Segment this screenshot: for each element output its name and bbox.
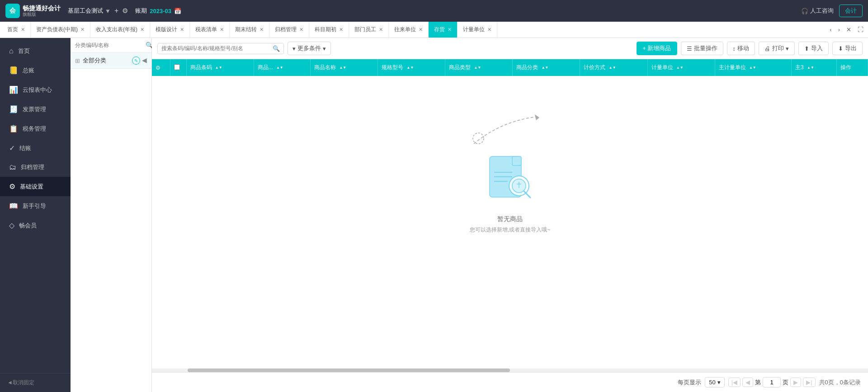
- tab-home[interactable]: 首页 ✕: [2, 22, 31, 38]
- th-code[interactable]: 商品... ▲▼: [254, 59, 310, 76]
- th-unit[interactable]: 计量单位 ▲▼: [647, 59, 715, 76]
- arrow-svg: [465, 112, 555, 148]
- sidebar-item-tax[interactable]: 📋 税务管理: [0, 119, 71, 138]
- consulting-button[interactable]: 🎧 人工咨询: [801, 7, 834, 15]
- sidebar-unpin-btn[interactable]: ◄取消固定: [0, 373, 71, 392]
- category-actions: ✎ ◀: [132, 57, 147, 65]
- sidebar-item-invoice[interactable]: 🧾 发票管理: [0, 99, 71, 119]
- tab-balance-close[interactable]: ✕: [80, 27, 85, 33]
- tab-next-icon[interactable]: ›: [835, 25, 843, 34]
- th-category[interactable]: 商品分类 ▲▼: [513, 59, 580, 76]
- th-settings[interactable]: ⚙: [152, 59, 170, 76]
- th-main-unit[interactable]: 主计量单位 ▲▼: [715, 59, 791, 76]
- category-all-item[interactable]: ⊞ 全部分类 ✎ ◀: [71, 53, 151, 69]
- import-button[interactable]: ⬆ 导入: [798, 42, 829, 55]
- sort-category-icon: ▲▼: [542, 66, 549, 70]
- tab-subject-init[interactable]: 科目期初 ✕: [309, 22, 349, 38]
- page-next-btn[interactable]: ▶: [790, 378, 801, 387]
- sidebar-item-guide[interactable]: 📖 新手引导: [0, 196, 71, 216]
- page-prev-btn[interactable]: ◀: [742, 378, 753, 387]
- move-button[interactable]: ↕ 移动: [727, 42, 755, 55]
- page-first-btn[interactable]: |◀: [728, 378, 741, 387]
- tab-inventory-close[interactable]: ✕: [448, 27, 452, 33]
- tab-counterparty-close[interactable]: ✕: [419, 27, 423, 33]
- sidebar-item-checkout[interactable]: ✓ 结账: [0, 138, 71, 158]
- category-edit-icon[interactable]: ✎: [132, 57, 140, 65]
- tab-tax[interactable]: 税表清单 ✕: [190, 22, 230, 38]
- invoice-icon: 🧾: [9, 105, 18, 113]
- tab-archive[interactable]: 归档管理 ✕: [269, 22, 309, 38]
- sidebar-item-ledger[interactable]: 📒 总账: [0, 61, 71, 80]
- scrollbar-thumb[interactable]: [188, 368, 510, 372]
- tab-home-close[interactable]: ✕: [21, 27, 25, 33]
- th-checkbox[interactable]: [170, 59, 186, 76]
- account-button[interactable]: 会计: [839, 5, 863, 17]
- batch-operation-button[interactable]: ☰ 批量操作: [681, 42, 723, 55]
- th-spec[interactable]: 规格型号 ▲▼: [378, 59, 445, 76]
- print-button[interactable]: 🖨 打印 ▾: [759, 42, 795, 55]
- sidebar-item-reports[interactable]: 📊 云报表中心: [0, 80, 71, 99]
- tab-period-end[interactable]: 期末结转 ✕: [230, 22, 269, 38]
- product-search-input[interactable]: [161, 45, 270, 52]
- tab-period-end-label: 期末结转: [235, 26, 257, 33]
- headset-icon: 🎧: [801, 8, 808, 14]
- th-col3[interactable]: 主3 ▲▼: [792, 59, 837, 76]
- tab-dept-emp[interactable]: 部门员工 ✕: [349, 22, 389, 38]
- page-size-label: 每页显示: [678, 378, 701, 387]
- page-last-btn[interactable]: ▶|: [803, 378, 815, 387]
- th-type[interactable]: 商品类型 ▲▼: [445, 59, 513, 76]
- import-label: 导入: [811, 44, 823, 52]
- sort-unit-icon: ▲▼: [676, 66, 684, 70]
- settings-gear-icon[interactable]: ⚙: [122, 7, 128, 15]
- tab-balance[interactable]: 资产负债表(中期) ✕: [31, 22, 90, 38]
- th-name[interactable]: 商品名称 ▲▼: [311, 59, 378, 76]
- tab-template-close[interactable]: ✕: [180, 27, 184, 33]
- calendar-icon[interactable]: 📅: [174, 8, 181, 14]
- add-product-button[interactable]: + 新增商品: [637, 42, 677, 55]
- period-value: 2023-03: [150, 8, 171, 14]
- page-number-input[interactable]: [763, 377, 781, 387]
- sidebar-checkout-label: 结账: [19, 144, 31, 152]
- page-size-selector[interactable]: 50 ▾: [705, 377, 724, 387]
- tab-archive-close[interactable]: ✕: [299, 27, 303, 33]
- empty-title: 暂无商品: [497, 215, 523, 223]
- sidebar-item-member[interactable]: ◇ 畅会员: [0, 216, 71, 235]
- sidebar-item-home[interactable]: ⌂ 首页: [0, 42, 71, 61]
- sidebar-item-settings[interactable]: ⚙ 基础设置: [0, 177, 71, 196]
- company-selector[interactable]: 基层工会测试 ▼: [68, 7, 111, 15]
- product-search-box[interactable]: 🔍: [157, 43, 284, 54]
- th-barcode[interactable]: 商品条码 ▲▼: [186, 59, 254, 76]
- select-all-checkbox[interactable]: [174, 64, 180, 70]
- sort-pricing-icon: ▲▼: [609, 66, 616, 70]
- tab-subject-init-close[interactable]: ✕: [339, 27, 343, 33]
- tab-prev-icon[interactable]: ‹: [827, 25, 834, 34]
- tab-inventory[interactable]: 存货 ✕: [429, 22, 458, 38]
- tab-counterparty[interactable]: 往来单位 ✕: [389, 22, 429, 38]
- tab-income[interactable]: 收入支出表(年报) ✕: [90, 22, 150, 38]
- arrow-decoration: [465, 112, 555, 148]
- tab-period-end-close[interactable]: ✕: [259, 27, 264, 33]
- sidebar-guide-label: 新手引导: [23, 202, 46, 210]
- sort-spec-icon: ▲▼: [406, 66, 414, 70]
- tab-counterparty-label: 往来单位: [394, 26, 416, 33]
- tab-dept-emp-close[interactable]: ✕: [379, 27, 383, 33]
- sidebar-item-archiving[interactable]: 🗂 归档管理: [0, 158, 71, 177]
- add-tab-btn[interactable]: +: [114, 7, 118, 15]
- category-search-input[interactable]: [75, 42, 143, 48]
- product-search-icon[interactable]: 🔍: [273, 45, 280, 52]
- batch-icon: ☰: [687, 45, 692, 52]
- tab-unit-close[interactable]: ✕: [487, 27, 491, 33]
- empty-description: 您可以选择新增,或者直接导入哦~: [470, 226, 550, 234]
- export-button[interactable]: ⬇ 导出: [832, 42, 863, 55]
- horizontal-scrollbar[interactable]: [152, 368, 868, 372]
- tab-close-all-icon[interactable]: ✕: [844, 25, 854, 34]
- filter-button[interactable]: ▾ 更多条件 ▾: [288, 42, 331, 55]
- tab-tax-close[interactable]: ✕: [220, 27, 224, 33]
- th-pricing[interactable]: 计价方式 ▲▼: [580, 59, 647, 76]
- company-name: 基层工会测试: [68, 7, 103, 15]
- tab-unit[interactable]: 计量单位 ✕: [458, 22, 497, 38]
- tab-income-close[interactable]: ✕: [140, 27, 144, 33]
- tab-template[interactable]: 模版设计 ✕: [150, 22, 190, 38]
- category-collapse-icon[interactable]: ◀: [142, 57, 147, 65]
- tab-expand-icon[interactable]: ⛶: [855, 25, 866, 34]
